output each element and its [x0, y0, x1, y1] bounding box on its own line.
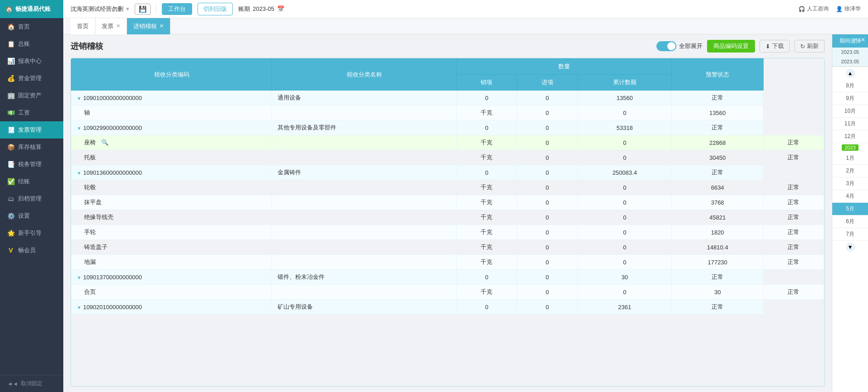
sidebar-item-vip[interactable]: V 畅会员 [0, 242, 63, 259]
period-item-7[interactable]: 7月 [832, 228, 868, 241]
col-quantity-group: 数量 [456, 59, 671, 75]
sidebar-item-home[interactable]: 🏠 首页 [0, 18, 63, 35]
sidebar-item-settlement[interactable]: ✅ 结账 [0, 173, 63, 190]
period-item-1[interactable]: 1月 [832, 152, 868, 165]
pin-icon: ◄◄ [7, 381, 18, 387]
cell-purchase: 0 [578, 285, 672, 300]
table-row: 座椅 🔍 千克 0 0 22868 正常 [71, 135, 824, 150]
sidebar-item-payroll[interactable]: 💵 工资 [0, 104, 63, 121]
cell-purchase: 0 [578, 135, 672, 150]
period-scroll: ▲ 8月 9月 10月 11月 12月 2023 1月 2月 3月 4月 5月 … [832, 67, 868, 392]
period-top-item-2[interactable]: 2023.05 [832, 57, 868, 67]
tab-invoice[interactable]: 发票 ✕ [95, 18, 127, 34]
period-item-12[interactable]: 12月 [832, 130, 868, 143]
cell-unit: 千克 [456, 255, 517, 270]
cell-total: 13560 [672, 105, 763, 120]
sidebar-item-label: 固定资产 [18, 91, 42, 100]
sidebar-item-label: 发票管理 [18, 126, 42, 134]
sidebar-pin-toggle[interactable]: ◄◄ 取消固定 [0, 375, 63, 392]
refresh-icon: ↻ [800, 43, 805, 50]
period-top-item-1[interactable]: 2023.05 [832, 48, 868, 57]
settlement-icon: ✅ [7, 178, 14, 185]
cell-total: 250083.4 [578, 165, 672, 180]
sidebar-item-label: 报表中心 [18, 57, 42, 65]
period-item-4[interactable]: 4月 [832, 190, 868, 203]
cell-name [272, 285, 457, 300]
sidebar-item-funds[interactable]: 💰 资金管理 [0, 70, 63, 87]
download-button[interactable]: ⬇ 下载 [760, 40, 790, 53]
save-button[interactable]: 💾 [135, 4, 151, 14]
cell-unit: 千克 [456, 210, 517, 225]
search-icon[interactable]: 🔍 [101, 139, 108, 146]
workbench-button[interactable]: 工作台 [162, 3, 192, 15]
period-down-button[interactable]: ▼ [846, 243, 855, 252]
sidebar-item-tax[interactable]: 📑 税务管理 [0, 156, 63, 173]
cell-warning: 正常 [672, 270, 763, 285]
sidebar-item-invoice[interactable]: 🧾 发票管理 [0, 121, 63, 139]
cell-sales: 0 [517, 150, 578, 165]
period-value: 2023-05 [253, 5, 274, 12]
period-item-6[interactable]: 6月 [832, 215, 868, 228]
cell-warning: 正常 [763, 180, 824, 195]
sidebar-item-assets[interactable]: 🏢 固定资产 [0, 87, 63, 104]
sidebar-item-settings[interactable]: ⚙️ 设置 [0, 207, 63, 225]
period-item-2[interactable]: 2月 [832, 165, 868, 177]
refresh-button[interactable]: ↻ 刷新 [794, 40, 825, 53]
company-selector[interactable]: 沈海英测试经营勿删 ▾ [71, 5, 129, 13]
col-tax-code: 税收分类编码 [71, 59, 272, 91]
reports-icon: 📊 [7, 57, 14, 65]
period-item-9[interactable]: 9月 [832, 92, 868, 105]
tab-invoice-close[interactable]: ✕ [116, 23, 120, 29]
period-close-button[interactable]: ✕ [861, 37, 865, 43]
cell-name [272, 195, 457, 210]
cell-code: ▼109013700000000000 [71, 270, 272, 285]
sidebar-item-reports[interactable]: 📊 报表中心 [0, 53, 63, 70]
funds-icon: 💰 [7, 75, 14, 82]
period-item-5[interactable]: 5月 [832, 203, 868, 215]
cell-purchase: 0 [517, 120, 578, 135]
sidebar-item-ledger[interactable]: 📋 总账 [0, 35, 63, 53]
calendar-icon[interactable]: 📅 [277, 5, 284, 12]
user-menu[interactable]: 👤 徐泽华 [836, 5, 861, 13]
cell-purchase: 0 [578, 240, 672, 255]
period-item-3[interactable]: 3月 [832, 177, 868, 190]
period-top-rows: 2023.05 2023.05 [832, 48, 868, 67]
cell-sales: 0 [517, 180, 578, 195]
sidebar-item-inventory[interactable]: 📦 库存核算 [0, 139, 63, 156]
sidebar-item-label: 总账 [18, 40, 30, 48]
tab-reconcile-close[interactable]: ✕ [160, 23, 164, 29]
tab-reconcile[interactable]: 进销稽核 ✕ [127, 18, 170, 34]
support-link[interactable]: 🎧 人工咨询 [798, 5, 829, 13]
sidebar-item-label: 归档管理 [18, 195, 42, 203]
tab-home[interactable]: 首页 [71, 18, 95, 34]
period-up-button[interactable]: ▲ [846, 69, 855, 78]
period-item-8[interactable]: 8月 [832, 80, 868, 92]
switch-version-button[interactable]: 切到旧版 [198, 3, 233, 15]
cell-warning: 正常 [672, 165, 763, 180]
toggle-track[interactable] [656, 41, 676, 51]
sidebar-item-archive[interactable]: 🗂 归档管理 [0, 190, 63, 207]
cell-unit: 千克 [456, 225, 517, 240]
table-row: ▼109013600000000000 金属铸件 0 0 250083.4 正常 [71, 165, 824, 180]
cell-total: 30 [578, 270, 672, 285]
cell-sales: 0 [517, 240, 578, 255]
period-item-10[interactable]: 10月 [832, 105, 868, 118]
cell-purchase: 0 [578, 225, 672, 240]
cell-unit: 千克 [456, 135, 517, 150]
table-row: ▼109029900000000000 其他专用设备及零部件 0 0 53318… [71, 120, 824, 135]
period-item-11[interactable]: 11月 [832, 118, 868, 130]
product-code-button[interactable]: 商品编码设置 [707, 40, 755, 53]
data-table-wrapper: 税收分类编码 税收分类名称 数量 预警状态 销项 进项 累计数额 [71, 58, 825, 387]
cell-purchase: 0 [517, 300, 578, 315]
expand-toggle[interactable]: 全部展开 [656, 41, 703, 51]
sidebar-item-guide[interactable]: 🌟 新手引导 [0, 225, 63, 242]
sidebar-item-label: 资金管理 [18, 74, 42, 82]
sidebar-item-label: 设置 [18, 212, 30, 220]
cell-sales: 0 [456, 165, 517, 180]
table-row: ▼109020100000000000 矿山专用设备 0 0 2361 正常 [71, 300, 824, 315]
home-icon: 🏠 [7, 23, 14, 30]
cell-warning: 正常 [763, 285, 824, 300]
cell-total: 30 [672, 285, 763, 300]
tab-invoice-label: 发票 [102, 22, 113, 30]
period-expand-button[interactable]: ⤢ [853, 37, 857, 43]
